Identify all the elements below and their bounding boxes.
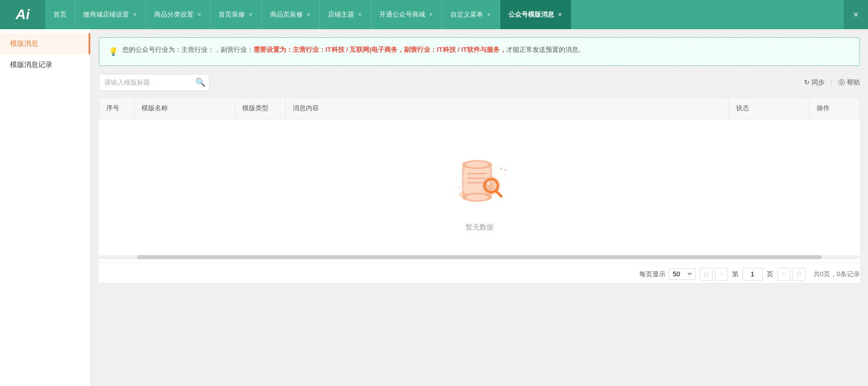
notice-prefix: 您的公众号行业为：主营行业：，副营行业： [122,46,253,53]
svg-point-13 [487,181,490,185]
horizontal-scrollbar[interactable] [99,255,860,259]
page-input[interactable] [743,268,763,281]
page-prev-button[interactable]: ＜ [715,268,728,281]
notice-icon: 💡 [108,45,118,58]
tab-store-theme[interactable]: 店铺主题× [320,0,371,29]
tab-label: 自定义菜单 [450,10,483,19]
tab-home[interactable]: 首页 [45,0,75,29]
notice-text: 您的公众号行业为：主营行业：，副营行业：需要设置为：主营行业：IT科技 / 互联… [122,45,585,55]
page-size-select[interactable]: 102050100 [669,268,696,280]
empty-state: ✦ 暂无数据 [99,119,860,252]
page-first-button[interactable]: ⟨⟨ [700,268,713,281]
svg-line-12 [496,191,501,196]
tab-close-custom-menu[interactable]: × [486,11,492,19]
empty-text: 暂无数据 [109,223,850,232]
sync-label: 同步 [812,78,825,87]
page-size-label: 每页显示 [639,270,665,279]
tab-home-decor[interactable]: 首页装修× [211,0,262,29]
svg-point-15 [504,174,505,175]
global-close-button[interactable]: × [844,0,868,29]
tab-close-product-category[interactable]: × [196,11,202,19]
svg-point-4 [466,162,488,168]
tab-close-template-msg[interactable]: × [557,11,563,19]
table-container: 序号 模版名称 模版类型 消息内容 状态 操作 [99,97,860,262]
help-button[interactable]: ⓪ 帮助 [838,78,860,87]
notice-highlight: 需要设置为：主营行业：IT科技 / 互联网|电子商务，副营行业：IT科技 / I… [253,46,506,53]
help-label: 帮助 [847,78,860,87]
main-layout: 模版消息模版消息记录 💡 您的公众号行业为：主营行业：，副营行业：需要设置为：主… [0,29,868,386]
tab-template-msg[interactable]: 公众号模版消息× [500,0,571,29]
sidebar-item-template-record[interactable]: 模版消息记录 [0,54,90,75]
empty-icon: ✦ [447,149,512,215]
sync-button[interactable]: ↻ 同步 [804,78,825,87]
col-header-seq: 序号 [99,97,135,119]
tab-product-category[interactable]: 商品分类设置× [146,0,211,29]
col-header-content: 消息内容 [286,97,729,119]
tab-label: 开通公众号商城 [379,10,425,19]
content-area: 💡 您的公众号行业为：主营行业：，副营行业：需要设置为：主营行业：IT科技 / … [91,29,868,386]
page-total: 共0页，0条记录 [814,270,860,279]
svg-point-14 [500,167,502,170]
svg-point-17 [456,176,457,178]
col-header-status: 状态 [729,97,810,119]
tab-label: 商品分类设置 [154,10,193,19]
page-nav: ⟨⟨ ＜ 第 页 ＞ ⟩⟩ [700,268,806,281]
col-header-action: 操作 [810,97,860,119]
col-header-name: 模版名称 [135,97,235,119]
page-next-button[interactable]: ＞ [777,268,790,281]
tab-close-home-decor[interactable]: × [248,11,253,19]
search-input-wrap: 🔍 [99,74,210,91]
svg-text:✦: ✦ [503,167,507,173]
tab-close-open-mall[interactable]: × [428,11,434,19]
help-icon: ⓪ [838,78,845,87]
tab-label: 微商城店铺设置 [83,10,129,19]
top-nav: Ai 首页微商城店铺设置×商品分类设置×首页装修×商品页装修×店铺主题×开通公众… [0,0,868,29]
search-button[interactable]: 🔍 [195,78,206,87]
tab-label: 公众号模版消息 [508,10,554,19]
search-bar: 🔍 ↻ 同步 | ⓪ 帮助 [99,74,860,91]
scrollbar-thumb [137,255,822,259]
tab-open-mall[interactable]: 开通公众号商城× [371,0,442,29]
search-left: 🔍 [99,74,210,91]
tab-label: 商品页装修 [270,10,303,19]
tab-label: 首页 [53,10,66,19]
notice-suffix: 才能正常发送预置的消息。 [506,46,585,53]
page-last-button[interactable]: ⟩⟩ [792,268,806,281]
tabs-container: 首页微商城店铺设置×商品分类设置×首页装修×商品页装修×店铺主题×开通公众号商城… [45,0,844,29]
brand-logo: Ai [0,0,45,29]
sidebar-item-template-msg[interactable]: 模版消息 [0,33,90,54]
col-header-type: 模版类型 [235,97,286,119]
search-input[interactable] [99,74,210,91]
sidebar: 模版消息模版消息记录 [0,29,91,386]
page-unit-label: 页 [767,270,773,279]
notice-box: 💡 您的公众号行业为：主营行业：，副营行业：需要设置为：主营行业：IT科技 / … [99,37,860,66]
pagination: 每页显示 102050100 ⟨⟨ ＜ 第 页 ＞ ⟩⟩ 共0页，0条记录 [99,262,860,283]
page-size-wrap: 每页显示 102050100 [639,268,696,280]
tab-close-product-decor[interactable]: × [306,11,311,19]
data-table: 序号 模版名称 模版类型 消息内容 状态 操作 [99,97,860,119]
sync-icon: ↻ [804,79,810,86]
tab-custom-menu[interactable]: 自定义菜单× [442,0,500,29]
tab-close-store-theme[interactable]: × [357,11,363,19]
svg-point-16 [458,186,460,188]
search-right: ↻ 同步 | ⓪ 帮助 [804,78,860,87]
tab-product-decor[interactable]: 商品页装修× [262,0,320,29]
tab-micro-store[interactable]: 微商城店铺设置× [75,0,146,29]
tab-label: 首页装修 [219,10,245,19]
tab-label: 店铺主题 [328,10,354,19]
table-header-row: 序号 模版名称 模版类型 消息内容 状态 操作 [99,97,860,119]
page-di-label: 第 [732,270,739,279]
divider: | [831,79,832,86]
tab-close-micro-store[interactable]: × [132,11,138,19]
svg-point-6 [466,194,488,200]
